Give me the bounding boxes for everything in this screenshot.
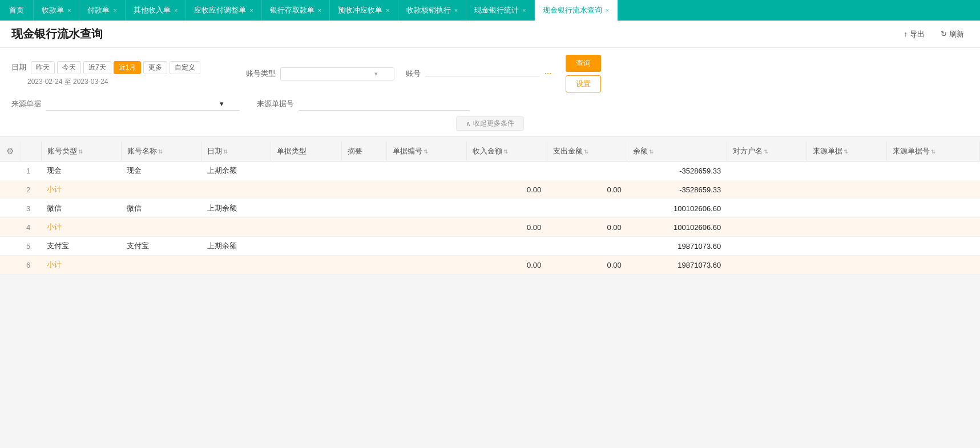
nav-tab-tab-other[interactable]: 其他收入单×: [126, 0, 186, 21]
cell-expense: [547, 199, 627, 218]
cell-counterparty: [727, 199, 806, 218]
nav-tab-tab-cancel[interactable]: 收款核销执行×: [398, 0, 466, 21]
source-doc-arrow-icon: ▾: [220, 99, 224, 108]
nav-tab-close-icon[interactable]: ×: [113, 7, 116, 14]
nav-tab-tab-bank-stat[interactable]: 现金银行统计×: [466, 0, 534, 21]
nav-home[interactable]: 首页: [0, 0, 34, 21]
cell-account_type: 现金: [41, 162, 121, 180]
nav-tab-tab-pay[interactable]: 付款单×: [79, 0, 125, 21]
col-header-balance[interactable]: 余额⇅: [627, 142, 727, 162]
nav-tab-close-icon[interactable]: ×: [67, 7, 71, 14]
nav-tab-close-icon[interactable]: ×: [454, 7, 458, 14]
table-row: 4小计0.000.00100102606.60: [0, 218, 980, 237]
cell-balance: 100102606.60: [627, 218, 727, 237]
nav-tab-tab-receive[interactable]: 收款单×: [34, 0, 79, 21]
cell-source_doc: [807, 218, 887, 237]
cell-source_doc: [807, 180, 887, 199]
nav-tab-close-icon[interactable]: ×: [606, 7, 609, 14]
export-button[interactable]: ↑ 导出: [900, 27, 930, 42]
cell-income: [467, 162, 547, 180]
date-filter-group: 日期 昨天今天近7天近1月更多自定义 2023-02-24 至 2023-03-…: [11, 61, 200, 87]
cell-income: 0.00: [467, 218, 547, 237]
cell-doc_no: [387, 162, 467, 180]
cell-source_doc_no: [887, 162, 980, 180]
col-header-account_type[interactable]: 账号类型⇅: [41, 142, 121, 162]
account-type-select[interactable]: ▾: [280, 67, 394, 80]
col-header-counterparty[interactable]: 对方户名⇅: [727, 142, 806, 162]
col-header-expense[interactable]: 支出金额⇅: [547, 142, 627, 162]
refresh-button[interactable]: ↻ 刷新: [936, 27, 969, 42]
cell-summary: [341, 162, 387, 180]
date-btn-近1月[interactable]: 近1月: [114, 61, 142, 74]
cell-balance: -3528659.33: [627, 162, 727, 180]
cell-doc_no: [387, 180, 467, 199]
source-doc-select[interactable]: ▾: [46, 97, 240, 111]
col-header-source_doc_no[interactable]: 来源单据号⇅: [887, 142, 980, 162]
cell-income: 0.00: [467, 256, 547, 275]
date-btn-近7天[interactable]: 近7天: [83, 61, 111, 74]
date-range-display: 2023-02-24 至 2023-03-24: [27, 77, 200, 87]
col-header-doc_type: 单据类型: [271, 142, 341, 162]
cell-date: 上期余额: [201, 162, 271, 180]
account-input[interactable]: [425, 71, 539, 76]
cell-counterparty: [727, 180, 806, 199]
cell-expense: [547, 162, 627, 180]
cell-doc_type: [271, 237, 341, 256]
source-doc-no-input[interactable]: [299, 97, 470, 111]
sort-icon-doc_no: ⇅: [424, 148, 428, 155]
date-btn-今天[interactable]: 今天: [57, 61, 81, 74]
col-header-income[interactable]: 收入金额⇅: [467, 142, 547, 162]
date-btn-更多[interactable]: 更多: [143, 61, 167, 74]
col-header-account_name[interactable]: 账号名称⇅: [121, 142, 201, 162]
row-number: 3: [21, 199, 41, 218]
balance-value: 100102606.60: [674, 223, 721, 232]
cell-account_name: 现金: [121, 162, 201, 180]
settings-button[interactable]: 设置: [566, 75, 601, 92]
table-settings-icon[interactable]: ⚙: [6, 146, 14, 156]
cell-date: [201, 180, 271, 199]
date-btn-昨天[interactable]: 昨天: [31, 61, 55, 74]
sort-icon-date: ⇅: [223, 148, 228, 155]
nav-tab-tab-bank-deposit[interactable]: 银行存取款单×: [262, 0, 330, 21]
nav-tab-close-icon[interactable]: ×: [249, 7, 253, 14]
cell-balance: 100102606.60: [627, 199, 727, 218]
col-header-date[interactable]: 日期⇅: [201, 142, 271, 162]
table-row: 5支付宝支付宝上期余额19871073.60: [0, 237, 980, 256]
cell-balance: -3528659.33: [627, 180, 727, 199]
col-header-doc_no[interactable]: 单据编号⇅: [387, 142, 467, 162]
query-button[interactable]: 查询: [566, 55, 601, 72]
table-row: 3微信微信上期余额100102606.60: [0, 199, 980, 218]
nav-tab-close-icon[interactable]: ×: [386, 7, 389, 14]
cell-source_doc_no: [887, 199, 980, 218]
nav-tab-tab-adj[interactable]: 应收应付调整单×: [186, 0, 261, 21]
cell-summary: [341, 180, 387, 199]
filter-actions: 查询 设置: [566, 55, 601, 92]
date-btn-自定义[interactable]: 自定义: [170, 61, 200, 74]
header-actions: ↑ 导出 ↻ 刷新: [900, 27, 969, 42]
cell-doc_type: [271, 199, 341, 218]
row-number: 6: [21, 256, 41, 275]
nav-tab-tab-flow[interactable]: 现金银行流水查询×: [535, 0, 618, 21]
sort-icon-account_type: ⇅: [78, 148, 83, 155]
nav-tab-label: 现金银行流水查询: [543, 5, 602, 15]
nav-tab-label: 银行存取款单: [270, 5, 314, 15]
collapse-button[interactable]: ∧ 收起更多条件: [456, 116, 524, 131]
cell-account_name: [121, 180, 201, 199]
nav-tab-label: 应收应付调整单: [194, 5, 246, 15]
nav-tab-close-icon[interactable]: ×: [522, 7, 526, 14]
source-doc-no-filter: 来源单据号: [257, 97, 470, 111]
account-more-icon[interactable]: ···: [544, 68, 551, 79]
table-row: 6小计0.000.0019871073.60: [0, 256, 980, 275]
cell-income: [467, 199, 547, 218]
cell-expense: 0.00: [547, 180, 627, 199]
col-header-source_doc[interactable]: 来源单据⇅: [807, 142, 887, 162]
col-header-settings: ⚙: [0, 142, 21, 162]
date-buttons: 昨天今天近7天近1月更多自定义: [31, 61, 200, 74]
nav-tab-close-icon[interactable]: ×: [174, 7, 178, 14]
nav-tab-close-icon[interactable]: ×: [318, 7, 321, 14]
table-header-row: ⚙账号类型⇅账号名称⇅日期⇅单据类型摘要单据编号⇅收入金额⇅支出金额⇅余额⇅对方…: [0, 142, 980, 162]
page-title: 现金银行流水查询: [11, 26, 103, 42]
nav-tab-tab-pre-receive[interactable]: 预收冲应收单×: [330, 0, 398, 21]
nav-tab-label: 其他收入单: [134, 5, 171, 15]
nav-tab-label: 现金银行统计: [474, 5, 519, 15]
